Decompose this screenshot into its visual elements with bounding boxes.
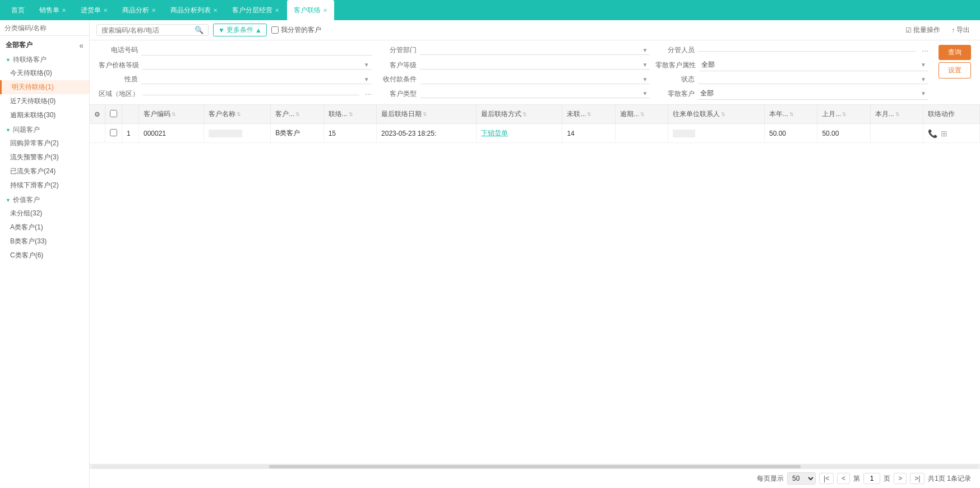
close-purchase-tab[interactable]: ✕ xyxy=(103,7,108,13)
page-number-input[interactable] xyxy=(863,473,880,484)
sidebar-item-class-a[interactable]: A类客户(1) xyxy=(0,220,89,234)
row-last-month: 50.00 xyxy=(817,124,870,143)
first-page-button[interactable]: |< xyxy=(819,473,834,484)
setting-button[interactable]: 设置 xyxy=(939,62,971,79)
phone-input[interactable] xyxy=(141,45,372,56)
retail-attr-select[interactable]: 全部 ▼ xyxy=(699,59,928,71)
sidebar-item-today[interactable]: 今天待联络(0) xyxy=(0,66,89,80)
sidebar-item-ungrouped[interactable]: 未分组(32) xyxy=(0,206,89,220)
bulk-op-button[interactable]: ☑ 批量操作 xyxy=(902,24,944,36)
grid-action-icon[interactable]: ⊞ xyxy=(941,129,947,138)
close-customer-tier-tab[interactable]: ✕ xyxy=(275,7,279,13)
nav-product-analysis[interactable]: 商品分析 ✕ xyxy=(115,0,163,20)
sidebar-search-container: 🔍 xyxy=(0,20,89,36)
sidebar-item-repurchase-abnormal[interactable]: 回购异常客户(2) xyxy=(0,136,89,150)
close-product-analysis-tab[interactable]: ✕ xyxy=(151,7,156,13)
total-label: 共1页 1条记录 xyxy=(928,474,971,484)
last-page-button[interactable]: >| xyxy=(910,473,924,484)
nav-customer-contact[interactable]: 客户联络 ✕ xyxy=(287,0,334,20)
row-this-year: 50.00 xyxy=(765,124,817,143)
sidebar-item-churned[interactable]: 已流失客户(24) xyxy=(0,164,89,178)
content-area: 🔍 ▼ 更多条件 ▲ 我分管的客户 ☑ 批量操作 ↑ 导出 xyxy=(90,20,980,488)
page-label: 第 xyxy=(853,474,860,484)
row-checkbox[interactable] xyxy=(110,129,117,136)
sidebar-item-tomorrow[interactable]: 明天待联络(1) xyxy=(0,80,89,94)
customer-level-select[interactable]: ▼ xyxy=(420,61,650,70)
close-sales-tab[interactable]: ✕ xyxy=(62,7,66,13)
row-overdue xyxy=(615,124,668,143)
sidebar-search-input[interactable] xyxy=(4,24,89,32)
col-rownum xyxy=(122,105,139,124)
row-last-method[interactable]: 下销货单 xyxy=(477,124,562,143)
my-customers-checkbox[interactable] xyxy=(271,26,279,34)
export-button[interactable]: ↑ 导出 xyxy=(948,24,973,36)
table-header-row: ⚙ 客户编码⇅ 客户名称⇅ 客户...⇅ 联络...⇅ 最后联络日期⇅ 最后联络… xyxy=(90,105,980,124)
customer-type-select[interactable]: ▼ xyxy=(420,89,650,98)
payment-select[interactable]: ▼ xyxy=(420,75,650,84)
last-method-link[interactable]: 下销货单 xyxy=(481,129,508,137)
price-level-label: 客户价格等级 xyxy=(99,61,139,70)
sidebar-item-7days[interactable]: 近7天待联络(0) xyxy=(0,94,89,108)
row-contact: 15 xyxy=(323,124,376,143)
triangle-icon-2: ▼ xyxy=(6,127,11,133)
sidebar-item-overdue-contact[interactable]: 逾期未联络(30) xyxy=(0,108,89,122)
phone-label: 电话号码 xyxy=(99,45,138,55)
row-last-date: 2023-05-23 18:25: xyxy=(377,124,477,143)
col-this-year: 本年...⇅ xyxy=(765,105,817,124)
search-icon[interactable]: 🔍 xyxy=(195,26,204,34)
payment-label: 收付款条件 xyxy=(377,75,417,84)
price-level-select[interactable]: ▼ xyxy=(142,61,372,70)
status-label: 状态 xyxy=(655,75,695,84)
retail-customer-select[interactable]: 全部 ▼ xyxy=(698,88,928,100)
close-product-list-tab[interactable]: ✕ xyxy=(213,7,218,13)
scrollbar-thumb[interactable] xyxy=(269,465,801,468)
status-select[interactable]: ▼ xyxy=(698,75,928,84)
my-customers-checkbox-label[interactable]: 我分管的客户 xyxy=(271,25,321,35)
sidebar-item-class-c[interactable]: C类客户(6) xyxy=(0,248,89,263)
region-dots[interactable]: ··· xyxy=(365,89,372,98)
sidebar-item-declining[interactable]: 持续下滑客户(2) xyxy=(0,178,89,192)
nav-purchase[interactable]: 进货单 ✕ xyxy=(74,0,114,20)
nav-customer-tier[interactable]: 客户分层经营 ✕ xyxy=(225,0,286,20)
sidebar-all-customers[interactable]: 全部客户 « xyxy=(0,36,89,52)
phone-action-icon[interactable]: 📞 xyxy=(928,129,937,138)
scrollbar-track xyxy=(92,465,978,468)
sidebar-group-problem[interactable]: ▼ 问题客户 xyxy=(0,122,89,136)
filter-phone: 电话号码 xyxy=(99,45,377,56)
sidebar-group-value[interactable]: ▼ 价值客户 xyxy=(0,192,89,206)
next-page-button[interactable]: > xyxy=(894,473,907,484)
per-page-select[interactable]: 50 100 200 xyxy=(787,472,816,485)
action-icons-container: 📞 ⊞ xyxy=(928,129,975,138)
col-code: 客户编码⇅ xyxy=(139,105,204,124)
col-unit-contact: 往来单位联系人⇅ xyxy=(668,105,765,124)
nav-sales[interactable]: 销售单 ✕ xyxy=(33,0,73,20)
sidebar-group-pending[interactable]: ▼ 待联络客户 xyxy=(0,52,89,66)
chevron-down-icon-9: ▼ xyxy=(921,90,926,96)
collapse-sidebar-icon[interactable]: « xyxy=(79,41,84,50)
col-last-date: 最后联络日期⇅ xyxy=(377,105,477,124)
dept-select[interactable]: ▼ xyxy=(420,46,650,55)
search-input[interactable] xyxy=(101,26,192,34)
nav-home[interactable]: 首页 xyxy=(4,0,31,20)
nature-select[interactable]: ▼ xyxy=(141,75,372,84)
close-customer-contact-tab[interactable]: ✕ xyxy=(323,7,327,13)
customer-type-label: 客户类型 xyxy=(377,89,417,99)
horizontal-scrollbar[interactable] xyxy=(90,464,980,468)
select-all-checkbox[interactable] xyxy=(110,110,117,117)
chevron-down-icon-2: ▼ xyxy=(364,62,369,68)
col-name: 客户名称⇅ xyxy=(204,105,271,124)
filter-person: 分管人员 ··· xyxy=(655,45,934,55)
person-dots[interactable]: ··· xyxy=(922,46,928,55)
sidebar-item-churn-warning[interactable]: 流失预警客户(3) xyxy=(0,150,89,164)
filter-row-4: 区域（地区） ··· 客户类型 ▼ 零散客户 xyxy=(99,88,934,100)
more-filter-button[interactable]: ▼ 更多条件 ▲ xyxy=(213,24,267,36)
table-container: ⚙ 客户编码⇅ 客户名称⇅ 客户...⇅ 联络...⇅ 最后联络日期⇅ 最后联络… xyxy=(90,105,980,464)
page-unit: 页 xyxy=(884,474,890,484)
prev-page-button[interactable]: < xyxy=(837,473,850,484)
col-settings[interactable]: ⚙ xyxy=(90,105,105,124)
filter-bar: 🔍 ▼ 更多条件 ▲ 我分管的客户 ☑ 批量操作 ↑ 导出 xyxy=(90,20,980,40)
query-button[interactable]: 查询 xyxy=(939,45,971,60)
nav-product-analysis-list[interactable]: 商品分析列表 ✕ xyxy=(164,0,224,20)
sidebar-item-class-b[interactable]: B类客户(33) xyxy=(0,234,89,248)
chevron-down-icon-8: ▼ xyxy=(642,90,648,96)
